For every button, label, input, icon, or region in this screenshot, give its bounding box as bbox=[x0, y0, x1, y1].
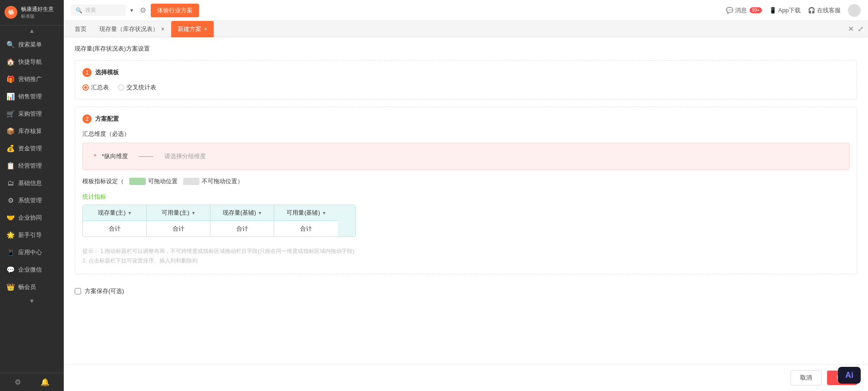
radio-crosstab-label: 交叉统计表 bbox=[127, 83, 156, 92]
app-icon: 📱 bbox=[6, 248, 15, 257]
section1-num: 1 bbox=[82, 68, 92, 77]
sidebar-item-inventory[interactable]: 📦 库存核算 bbox=[0, 123, 64, 140]
sidebar-item-ops[interactable]: 📋 经营管理 bbox=[0, 157, 64, 175]
sidebar-item-app-center[interactable]: 📱 应用中心 bbox=[0, 244, 64, 261]
sidebar: 畅 畅康通好生意 标准版 ▲ 🔍 搜索菜单 🏠 快捷导航 🎁 营销推广 📊 销售… bbox=[0, 0, 64, 391]
online-support-item[interactable]: 🎧 在线客服 bbox=[808, 6, 841, 15]
sidebar-item-guide[interactable]: 🌟 新手引导 bbox=[0, 226, 64, 244]
chevron-down-icon-1[interactable]: ▾ bbox=[192, 210, 195, 216]
phone-icon: 📱 bbox=[769, 7, 776, 14]
cancel-button[interactable]: 取消 bbox=[791, 370, 822, 386]
close-window-icon[interactable]: ✕ bbox=[848, 25, 854, 33]
sidebar-item-label: 资金管理 bbox=[18, 144, 42, 153]
save-label: 方案保存(可选) bbox=[85, 287, 124, 295]
template-radio-group: 汇总表 交叉统计表 bbox=[82, 83, 849, 92]
topbar-search-box[interactable]: 🔍 搜索 bbox=[71, 5, 126, 16]
stats-col-header-1[interactable]: 可用量(主) ▾ bbox=[147, 205, 210, 221]
gear-icon[interactable]: ⚙ bbox=[140, 6, 146, 15]
col-label-3: 可用量(基辅) bbox=[286, 209, 320, 217]
indicator-label-text: 模板指标设定（ bbox=[82, 177, 124, 185]
sidebar-item-label: 企业协同 bbox=[18, 214, 42, 222]
stats-table: 现存量(主) ▾ 合计 可用量(主) ▾ 合计 bbox=[82, 205, 356, 237]
wechat-icon: 💬 bbox=[6, 266, 15, 274]
chevron-down-icon-0[interactable]: ▾ bbox=[128, 210, 131, 216]
stats-col-header-0[interactable]: 现存量(主) ▾ bbox=[83, 205, 146, 221]
settings-footer-icon[interactable]: ⚙ bbox=[15, 378, 21, 386]
ai-badge-label: Ai bbox=[845, 370, 853, 380]
stats-table-header: 现存量(主) ▾ 合计 可用量(主) ▾ 合计 bbox=[83, 205, 355, 237]
tab-new-plan-close-icon[interactable]: × bbox=[204, 26, 207, 32]
tab-inventory-status[interactable]: 现存量（库存状况表） × bbox=[93, 21, 171, 37]
radio-summary-label: 汇总表 bbox=[91, 83, 109, 92]
stats-col-body-2: 合计 bbox=[210, 221, 274, 237]
dimension-required-area: * *纵向维度 —— 请选择分组维度 bbox=[82, 143, 849, 170]
non-movable-indicator-box: 不可拖动位置） bbox=[183, 177, 243, 185]
stats-col-0: 现存量(主) ▾ 合计 bbox=[83, 205, 147, 237]
sidebar-item-marketing[interactable]: 🎁 营销推广 bbox=[0, 71, 64, 88]
sidebar-item-label: 系统管理 bbox=[18, 196, 42, 205]
ai-badge[interactable]: Ai bbox=[838, 367, 861, 384]
sidebar-item-label: 企业微信 bbox=[18, 266, 42, 274]
guide-icon: 🌟 bbox=[6, 231, 15, 239]
tab-label: 新建方案 bbox=[178, 25, 201, 33]
expand-window-icon[interactable]: ⤢ bbox=[858, 25, 863, 33]
sidebar-item-quick-nav[interactable]: 🏠 快捷导航 bbox=[0, 53, 64, 71]
tab-home[interactable]: 首页 bbox=[68, 21, 93, 37]
sidebar-item-search-menu[interactable]: 🔍 搜索菜单 bbox=[0, 36, 64, 53]
sidebar-item-wechat[interactable]: 💬 企业微信 bbox=[0, 261, 64, 278]
tabs-bar: 首页 现存量（库存状况表） × 新建方案 × ✕ ⤢ bbox=[64, 21, 868, 37]
action-bar: 取消 查询 bbox=[64, 364, 868, 391]
stats-col-2: 现存量(基辅) ▾ 合计 bbox=[210, 205, 274, 237]
gift-icon: 🎁 bbox=[6, 75, 15, 83]
dropdown-arrow-icon[interactable]: ▾ bbox=[130, 7, 133, 14]
sidebar-item-basic[interactable]: 🗂 基础信息 bbox=[0, 175, 64, 192]
save-checkbox[interactable] bbox=[75, 288, 81, 294]
sidebar-item-label: 畅会员 bbox=[18, 283, 36, 291]
sidebar-item-label: 搜索菜单 bbox=[18, 41, 42, 49]
app-download-item[interactable]: 📱 App下载 bbox=[769, 6, 801, 15]
radio-crosstab[interactable]: 交叉统计表 bbox=[118, 83, 156, 92]
volume-footer-icon[interactable]: 🔔 bbox=[41, 378, 50, 386]
search-icon: 🔍 bbox=[76, 7, 82, 14]
sidebar-item-label: 新手引导 bbox=[18, 231, 42, 239]
sidebar-item-label: 经营管理 bbox=[18, 162, 42, 170]
chevron-down-icon-3[interactable]: ▾ bbox=[323, 210, 326, 216]
radio-summary[interactable]: 汇总表 bbox=[82, 83, 109, 92]
sales-icon: 📊 bbox=[6, 93, 15, 101]
sidebar-item-sales[interactable]: 📊 销售管理 bbox=[0, 88, 64, 105]
dim-placeholder[interactable]: 请选择分组维度 bbox=[164, 152, 206, 160]
sidebar-item-finance[interactable]: 💰 资金管理 bbox=[0, 140, 64, 157]
industry-plan-button[interactable]: 体验行业方案 bbox=[151, 4, 199, 17]
section2-header: 2 方案配置 bbox=[82, 114, 849, 123]
sidebar-item-label: 应用中心 bbox=[18, 248, 42, 257]
stats-col-header-3[interactable]: 可用量(基辅) ▾ bbox=[274, 205, 338, 221]
col-label-2: 现存量(基辅) bbox=[223, 209, 256, 217]
save-row: 方案保存(可选) bbox=[75, 282, 857, 297]
col-label-0: 现存量(主) bbox=[98, 209, 126, 217]
brand-sub: 标准版 bbox=[21, 13, 54, 20]
sidebar-item-purchase[interactable]: 🛒 采购管理 bbox=[0, 105, 64, 123]
system-icon: ⚙ bbox=[6, 196, 15, 205]
stats-title: 统计指标 bbox=[82, 193, 849, 201]
tab-new-plan[interactable]: 新建方案 × bbox=[171, 21, 214, 37]
sidebar-item-enterprise[interactable]: 🤝 企业协同 bbox=[0, 209, 64, 226]
sidebar-item-membership[interactable]: 👑 畅会员 bbox=[0, 278, 64, 296]
tab-label: 现存量（库存状况表） bbox=[99, 25, 158, 33]
stats-col-header-2[interactable]: 现存量(基辅) ▾ bbox=[210, 205, 274, 221]
sidebar-item-label: 营销推广 bbox=[18, 75, 42, 83]
chevron-down-icon-2[interactable]: ▾ bbox=[259, 210, 261, 216]
search-menu-icon: 🔍 bbox=[6, 41, 15, 49]
sidebar-footer: ⚙ 🔔 bbox=[0, 373, 64, 391]
sidebar-scroll-up[interactable]: ▲ bbox=[0, 26, 64, 36]
membership-icon: 👑 bbox=[6, 283, 15, 291]
section-template: 1 选择模板 汇总表 交叉统计表 bbox=[75, 60, 857, 99]
message-item[interactable]: 💬 消息 99+ bbox=[726, 6, 762, 15]
sidebar-item-system[interactable]: ⚙ 系统管理 bbox=[0, 192, 64, 209]
user-avatar[interactable] bbox=[848, 4, 861, 17]
headset-icon: 🎧 bbox=[808, 7, 815, 14]
basic-icon: 🗂 bbox=[6, 179, 15, 187]
tip-2: 2. 点击标题栏下拉可设置排序、插入列和删除列 bbox=[82, 257, 849, 265]
sidebar-scroll-down[interactable]: ▼ bbox=[0, 296, 64, 306]
required-star: * bbox=[94, 153, 96, 160]
tab-close-icon[interactable]: × bbox=[161, 26, 164, 32]
